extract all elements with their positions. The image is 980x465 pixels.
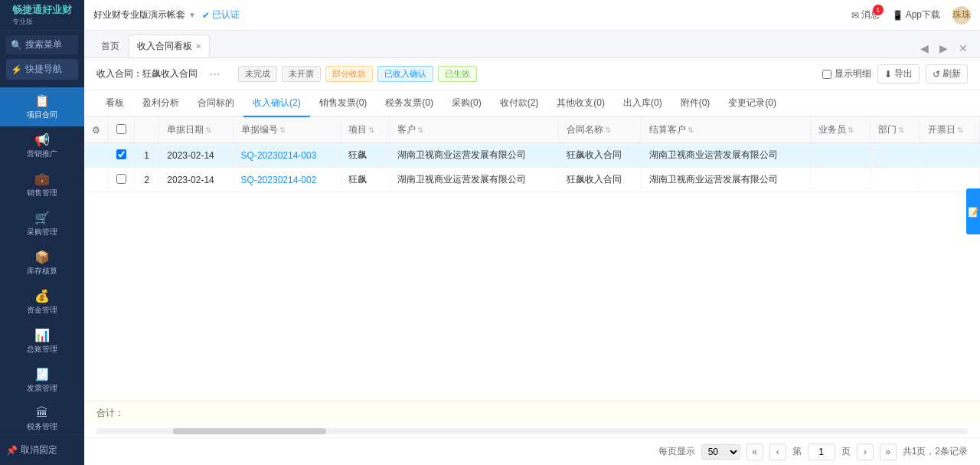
th-check[interactable] <box>109 117 135 143</box>
th-open-date[interactable]: 开票日⇅ <box>920 117 979 143</box>
show-detail-label[interactable]: 显示明细 <box>822 67 871 80</box>
td-contract-2: 狂飙收入合同 <box>558 168 642 192</box>
per-page-select[interactable]: 20 50 100 <box>701 444 740 460</box>
show-detail-checkbox[interactable] <box>822 70 831 79</box>
td-check-2[interactable] <box>109 168 135 192</box>
scroll-track[interactable] <box>96 428 968 434</box>
link-number-2[interactable]: SQ-20230214-002 <box>241 175 317 185</box>
th-settlement-customer[interactable]: 结算客户⇅ <box>642 117 811 143</box>
table-row[interactable]: 2 2023-02-14 SQ-20230214-002 狂飙 湖南卫视商业运营… <box>84 168 980 192</box>
th-setting[interactable]: ⚙ <box>84 117 109 143</box>
link-number-1[interactable]: SQ-20230214-003 <box>241 150 317 161</box>
sub-tab-tax-invoice[interactable]: 税务发票(0) <box>376 90 443 117</box>
sub-tab-kanban[interactable]: 看板 <box>96 90 133 117</box>
tab-next-button[interactable]: ▶ <box>936 41 951 56</box>
sidebar-item-tax[interactable]: 🏛 税务管理 <box>0 400 84 434</box>
sub-tab-income-confirm[interactable]: 收入确认(2) <box>243 90 310 117</box>
more-button[interactable]: ··· <box>207 67 223 81</box>
th-salesperson[interactable]: 业务员⇅ <box>811 117 871 143</box>
nav-icon: ⚡ <box>11 64 22 75</box>
status-tag-uninvoiced[interactable]: 未开票 <box>282 66 321 82</box>
topbar: 好业财专业版演示帐套 ▼ ✔ 已认证 ✉ 消息 1 📱 App下载 珠珠 <box>84 0 980 31</box>
sidebar-item-inventory[interactable]: 📦 库存核算 <box>0 244 84 283</box>
sort-date[interactable]: 单据日期⇅ <box>167 123 211 136</box>
sidebar-item-purchase[interactable]: 🛒 采购管理 <box>0 205 84 244</box>
status-tags: 未完成 未开票 部分收款 已收入确认 已生效 <box>238 66 477 82</box>
th-department[interactable]: 部门⇅ <box>871 117 920 143</box>
td-number-1[interactable]: SQ-20230214-003 <box>233 143 340 168</box>
sort-open-date[interactable]: 开票日⇅ <box>928 123 963 136</box>
contract-title-prefix: 收入合同： <box>96 68 142 79</box>
table-area[interactable]: ⚙ 单据日期⇅ 单据编号⇅ 项目⇅ 客户⇅ 合同名称⇅ 结算客户⇅ 业务员⇅ 部… <box>84 117 980 401</box>
sidebar-item-sales[interactable]: 💼 销售管理 <box>0 165 84 205</box>
select-all-checkbox[interactable] <box>116 124 126 134</box>
th-project[interactable]: 项目⇅ <box>340 117 389 143</box>
th-contract-name[interactable]: 合同名称⇅ <box>558 117 642 143</box>
sidebar-item-invoice[interactable]: 🧾 发票管理 <box>0 361 84 400</box>
status-tag-incomplete[interactable]: 未完成 <box>238 66 277 82</box>
sidebar-item-marketing[interactable]: 📢 营销推广 <box>0 126 84 165</box>
sidebar-item-label: 库存核算 <box>27 266 57 277</box>
sort-project[interactable]: 项目⇅ <box>348 123 374 136</box>
th-customer[interactable]: 客户⇅ <box>389 117 558 143</box>
export-button[interactable]: ⬇ 导出 <box>877 64 920 84</box>
tab-close-button[interactable]: ✕ <box>956 41 971 56</box>
content-wrapper: 收入合同：狂飙收入合同 ··· 未完成 未开票 部分收款 已收入确认 已生效 显… <box>84 58 980 465</box>
topbar-right: ✉ 消息 1 📱 App下载 珠珠 <box>851 6 971 25</box>
sort-customer[interactable]: 客户⇅ <box>397 123 423 136</box>
fix-label: 取消固定 <box>21 444 57 457</box>
scrollbar-area[interactable] <box>84 425 980 437</box>
first-page-button[interactable]: « <box>746 444 763 460</box>
sub-tab-sales-invoice[interactable]: 销售发票(0) <box>310 90 377 117</box>
refresh-button[interactable]: ↺ 刷新 <box>926 64 968 84</box>
sort-number[interactable]: 单据编号⇅ <box>241 123 286 136</box>
sub-tab-purchase[interactable]: 采购(0) <box>443 90 491 117</box>
tab-prev-button[interactable]: ◀ <box>917 41 932 56</box>
status-tag-active[interactable]: 已生效 <box>438 66 477 82</box>
sub-tab-other-income[interactable]: 其他收支(0) <box>547 90 614 117</box>
quick-nav-button[interactable]: ⚡ 快捷导航 <box>6 59 78 80</box>
note-icon: 📝 <box>968 206 978 218</box>
next-page-button[interactable]: › <box>857 444 874 460</box>
sort-department[interactable]: 部门⇅ <box>878 123 904 136</box>
avatar-label: 珠珠 <box>952 8 971 21</box>
th-date[interactable]: 单据日期⇅ <box>159 117 233 143</box>
sub-tab-profit[interactable]: 盈利分析 <box>133 90 188 117</box>
td-number-2[interactable]: SQ-20230214-002 <box>233 168 340 192</box>
sub-tab-change-log[interactable]: 变更记录(0) <box>719 90 786 117</box>
search-menu-button[interactable]: 🔍 搜索菜单 <box>6 35 78 54</box>
sort-settlement[interactable]: 结算客户⇅ <box>649 123 694 136</box>
tab-close-icon[interactable]: ✕ <box>195 42 201 51</box>
sidebar-item-project-contract[interactable]: 📋 项目合同 <box>0 87 84 126</box>
app-download-button[interactable]: 📱 App下载 <box>892 8 940 21</box>
sort-contract-name[interactable]: 合同名称⇅ <box>567 123 611 136</box>
sort-icon-open-date: ⇅ <box>957 126 963 134</box>
right-note-icon[interactable]: 📝 <box>966 188 980 234</box>
row-checkbox-1[interactable] <box>116 149 126 159</box>
sidebar-item-label: 采购管理 <box>27 227 57 237</box>
prev-page-button[interactable]: ‹ <box>769 444 786 460</box>
last-page-button[interactable]: » <box>880 444 897 460</box>
sort-salesperson[interactable]: 业务员⇅ <box>818 123 854 136</box>
sidebar-item-general-ledger[interactable]: 📊 总账管理 <box>0 322 84 361</box>
sub-tab-payment[interactable]: 收付款(2) <box>491 90 548 117</box>
row-checkbox-2[interactable] <box>116 174 126 184</box>
td-check-1[interactable] <box>109 143 135 168</box>
sub-tab-out-storage[interactable]: 出入库(0) <box>614 90 671 117</box>
company-selector[interactable]: 好业财专业版演示帐套 ▼ <box>93 8 196 21</box>
table-row[interactable]: 1 2023-02-14 SQ-20230214-003 狂飙 湖南卫视商业运营… <box>84 143 980 168</box>
unfix-button[interactable]: 📌 取消固定 <box>0 440 84 460</box>
certified-label: 已认证 <box>212 8 240 21</box>
sub-tab-contract-standard[interactable]: 合同标的 <box>188 90 243 117</box>
scroll-thumb[interactable] <box>173 428 326 434</box>
sidebar-item-finance[interactable]: 💰 资金管理 <box>0 283 84 322</box>
messages-button[interactable]: ✉ 消息 1 <box>851 8 880 21</box>
status-tag-confirmed[interactable]: 已收入确认 <box>377 66 433 82</box>
avatar-button[interactable]: 珠珠 <box>952 6 971 25</box>
status-tag-partial[interactable]: 部分收款 <box>325 66 373 82</box>
sub-tab-attachments[interactable]: 附件(0) <box>671 90 720 117</box>
tab-income-contract[interactable]: 收入合同看板 ✕ <box>129 34 210 57</box>
page-number-input[interactable] <box>808 444 835 460</box>
th-number[interactable]: 单据编号⇅ <box>233 117 340 143</box>
tab-home[interactable]: 首页 <box>93 35 127 57</box>
